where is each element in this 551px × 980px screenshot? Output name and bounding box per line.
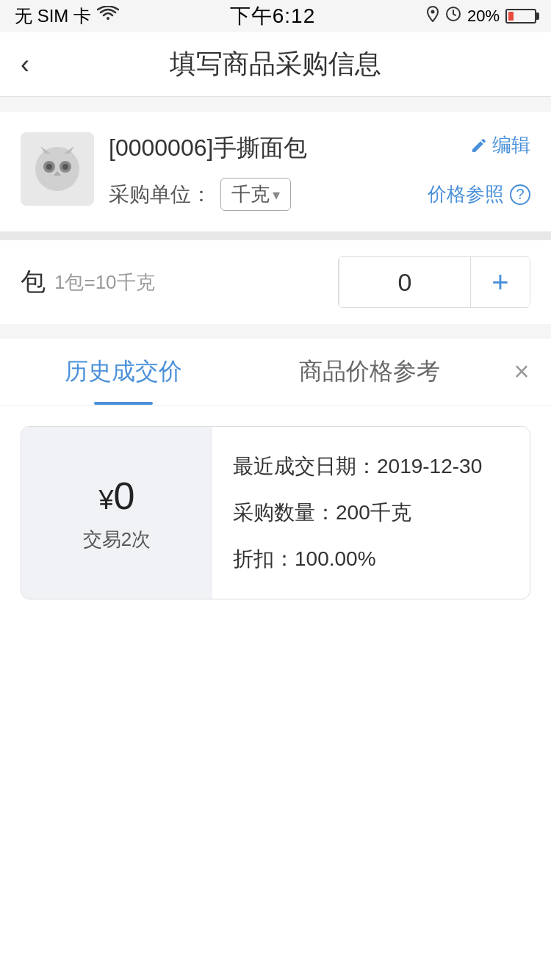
tab-section: 历史成交价 商品价格参考 × ¥0 交易2次 最近成交日期：2019-12-30…: [0, 339, 551, 620]
price-ref-button[interactable]: 价格参照 ?: [428, 181, 530, 207]
carrier-text: 无 SIM 卡: [15, 4, 91, 28]
location-icon: [426, 6, 439, 26]
status-left: 无 SIM 卡: [15, 4, 119, 28]
quantity-label: 包 1包=10千克: [21, 265, 155, 299]
close-icon: ×: [514, 356, 529, 387]
battery-icon: [505, 9, 536, 24]
card-details-section: 最近成交日期：2019-12-30 采购数量：200千克 折扣：100.00%: [212, 427, 530, 599]
unit-value: 千克: [231, 181, 270, 207]
recent-date-label: 最近成交日期：: [233, 455, 377, 478]
price-ref-help-icon: ?: [510, 184, 530, 205]
unit-selector[interactable]: 千克 ▾: [220, 178, 291, 211]
purchase-unit-label: 采购单位：: [109, 181, 212, 209]
tab-product-price-label: 商品价格参考: [299, 356, 440, 388]
svg-point-0: [431, 10, 434, 14]
discount-value: 100.00%: [295, 547, 376, 570]
svg-line-3: [453, 14, 455, 15]
purchase-qty-value: 200千克: [336, 501, 411, 524]
battery-percent: 20%: [467, 7, 500, 26]
card-container: ¥0 交易2次 最近成交日期：2019-12-30 采购数量：200千克 折扣：…: [0, 406, 551, 620]
quantity-input[interactable]: [339, 257, 471, 307]
tab-product-price-ref[interactable]: 商品价格参考: [246, 339, 492, 405]
card-price-section: ¥0 交易2次: [21, 427, 212, 599]
status-bar: 无 SIM 卡 下午6:12 20%: [0, 0, 551, 32]
status-right: 20%: [426, 6, 536, 26]
quantity-section: 包 1包=10千克 +: [0, 240, 551, 324]
clock-icon: [445, 6, 461, 26]
recent-date-row: 最近成交日期：2019-12-30: [233, 450, 509, 483]
svg-point-7: [46, 164, 52, 170]
tab-header: 历史成交价 商品价格参考 ×: [0, 339, 551, 406]
product-section: [0000006]手撕面包 采购单位： 千克 ▾ 编辑 价格参照 ?: [0, 112, 551, 231]
page-title: 填写商品采购信息: [170, 46, 381, 82]
recent-date-value: 2019-12-30: [377, 455, 482, 478]
price-symbol: ¥: [99, 485, 114, 515]
price-value: 0: [114, 475, 135, 517]
quantity-unit-big: 包: [21, 265, 46, 299]
product-info: [0000006]手撕面包 采购单位： 千克 ▾: [109, 132, 307, 211]
product-right: 编辑 价格参照 ?: [428, 132, 530, 207]
tab-close-button[interactable]: ×: [492, 339, 551, 405]
quantity-controls: +: [338, 256, 530, 308]
page-rest: [0, 620, 551, 980]
discount-row: 折扣：100.00%: [233, 543, 509, 576]
svg-point-4: [35, 147, 79, 191]
product-left: [0000006]手撕面包 采购单位： 千克 ▾: [21, 132, 307, 211]
svg-point-8: [62, 164, 68, 170]
product-unit-row: 采购单位： 千克 ▾: [109, 178, 307, 211]
edit-button[interactable]: 编辑: [470, 132, 530, 158]
card-trades-count: 交易2次: [83, 527, 151, 552]
tab-history-label: 历史成交价: [65, 356, 182, 388]
card-price-value: ¥0: [99, 474, 135, 518]
edit-label: 编辑: [492, 132, 530, 158]
product-name: [0000006]手撕面包: [109, 132, 307, 165]
back-button[interactable]: ‹: [21, 49, 29, 80]
status-time: 下午6:12: [230, 2, 316, 30]
history-card: ¥0 交易2次 最近成交日期：2019-12-30 采购数量：200千克 折扣：…: [21, 426, 530, 599]
quantity-increment-button[interactable]: +: [471, 257, 530, 307]
dropdown-arrow-icon: ▾: [273, 186, 280, 203]
section-divider: [0, 231, 551, 240]
discount-label: 折扣：: [233, 547, 295, 570]
purchase-qty-label: 采购数量：: [233, 501, 336, 524]
price-ref-label: 价格参照: [428, 181, 504, 207]
quantity-unit-hint: 1包=10千克: [54, 270, 155, 295]
tab-history-price[interactable]: 历史成交价: [0, 339, 246, 405]
nav-bar: ‹ 填写商品采购信息: [0, 32, 551, 97]
product-image: [21, 132, 94, 206]
purchase-qty-row: 采购数量：200千克: [233, 497, 509, 530]
wifi-icon: [97, 6, 119, 26]
